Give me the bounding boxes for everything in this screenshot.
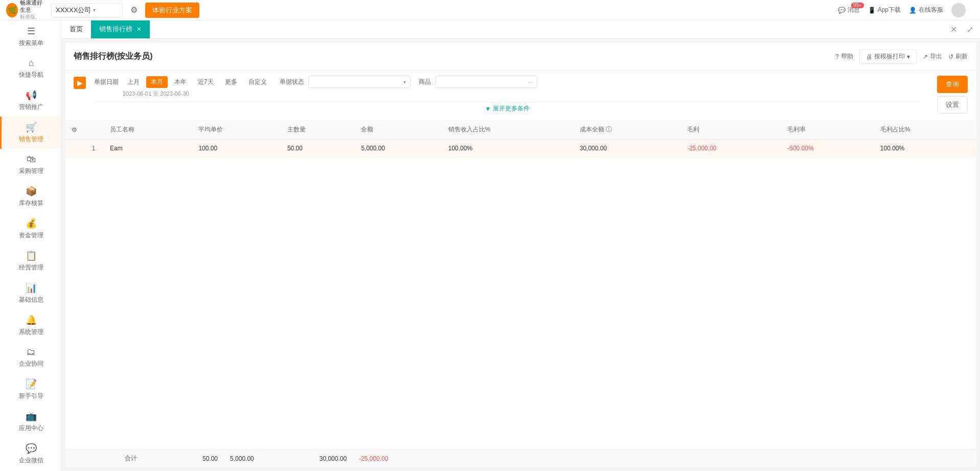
date-filter-label: 单据日期 bbox=[94, 78, 119, 86]
sidebar-item-marketing[interactable]: 📢 营销推广 bbox=[0, 84, 61, 117]
row-quantity: 50.00 bbox=[281, 140, 355, 158]
col-header-sales-pct: 销售收入占比% bbox=[442, 120, 574, 140]
table-header-row: ⚙ 员工名称 平均单价 主数量 全额 销售收入占比% 成本全额 ⓘ 毛利 毛利率 bbox=[65, 120, 976, 140]
page-content: 销售排行榜(按业务员) ? 帮助 🖨 按模板打印 ▾ ↗ bbox=[61, 39, 980, 471]
date-opt-last-month[interactable]: 上月 bbox=[123, 76, 144, 88]
help-button[interactable]: ? 帮助 bbox=[835, 52, 853, 61]
export-icon: ↗ bbox=[923, 53, 928, 60]
data-table: ⚙ 员工名称 平均单价 主数量 全额 销售收入占比% 成本全额 ⓘ 毛利 毛利率 bbox=[65, 120, 976, 158]
goods-filter: 商品 ··· bbox=[419, 76, 537, 88]
service-icon: 👤 bbox=[909, 7, 917, 14]
table-body: 1 Eam 100.00 50.00 5,000.00 100.00% 30,0… bbox=[65, 140, 976, 158]
baseinfo-icon: 📊 bbox=[26, 282, 37, 294]
sidebar-label-operations: 经营管理 bbox=[19, 263, 43, 272]
row-settings-icon bbox=[65, 140, 83, 158]
query-section: 查询 设置 bbox=[929, 71, 976, 119]
tab-bar-actions: ✕ ⤢ bbox=[947, 24, 980, 36]
status-select[interactable]: ▾ bbox=[308, 76, 411, 88]
sidebar-item-inventory[interactable]: 📦 库存核算 bbox=[0, 181, 61, 213]
row-gross-pct: 100.00% bbox=[874, 140, 976, 158]
tab-home[interactable]: 首页 bbox=[61, 20, 91, 38]
row-sales-pct: 100.00% bbox=[442, 140, 574, 158]
message-badge: 99+ bbox=[851, 3, 864, 8]
logo-subtitle: 标准版 bbox=[20, 13, 47, 20]
sidebar-item-baseinfo[interactable]: 📊 基础信息 bbox=[0, 277, 61, 309]
tab-maximize-icon[interactable]: ⤢ bbox=[964, 24, 976, 36]
refresh-button[interactable]: ↺ 刷新 bbox=[948, 52, 968, 61]
corp-icon: 🗂 bbox=[27, 347, 36, 357]
col-header-name: 员工名称 bbox=[104, 120, 192, 140]
logo: 🌿 畅康通好生意 标准版 bbox=[6, 0, 47, 20]
date-opt-more[interactable]: 更多 bbox=[220, 76, 242, 88]
date-opt-this-year[interactable]: 本年 bbox=[170, 76, 191, 88]
company-selector[interactable]: XXXXX公司 ▾ bbox=[51, 3, 123, 17]
search-icon: ☰ bbox=[27, 26, 35, 37]
settings-icon[interactable]: ⚙ bbox=[127, 3, 141, 17]
row-cost: 30,000.00 bbox=[574, 140, 681, 158]
col-header-gross: 毛利 bbox=[681, 120, 781, 140]
sidebar-item-purchase[interactable]: 🛍 采购管理 bbox=[0, 149, 61, 181]
goods-select[interactable]: ··· bbox=[435, 76, 537, 88]
tab-home-label: 首页 bbox=[70, 25, 83, 34]
sidebar-label-corpwechat: 企业微信 bbox=[19, 456, 43, 465]
export-button[interactable]: ↗ 导出 bbox=[923, 52, 942, 61]
content-area: 首页 销售排行榜 ✕ ✕ ⤢ 销售排行榜(按业务员) ? bbox=[61, 20, 980, 471]
system-icon: 🔔 bbox=[26, 315, 37, 326]
chevron-down-icon: ▾ bbox=[93, 7, 96, 13]
footer-cost: 30,000.00 bbox=[320, 455, 347, 462]
logo-text-block: 畅康通好生意 标准版 bbox=[20, 0, 47, 20]
operations-icon: 📋 bbox=[26, 250, 37, 261]
app-download-button[interactable]: 📱 App下载 bbox=[868, 6, 901, 14]
inventory-icon: 📦 bbox=[26, 186, 37, 197]
sidebar-item-finance[interactable]: 💰 资金管理 bbox=[0, 213, 61, 245]
page-header: 销售排行榜(按业务员) ? 帮助 🖨 按模板打印 ▾ ↗ bbox=[65, 43, 976, 71]
sidebar-item-corpwechat[interactable]: 💬 企业微信 bbox=[0, 438, 61, 470]
date-opt-7days[interactable]: 近7天 bbox=[193, 76, 218, 88]
main-container: ☰ 搜索菜单 ⌂ 快捷导航 📢 营销推广 🛒 销售管理 🛍 采购管理 📦 库存核… bbox=[0, 20, 980, 471]
col-header-settings[interactable]: ⚙ bbox=[65, 120, 83, 140]
print-button[interactable]: 🖨 按模板打印 ▾ bbox=[859, 49, 917, 64]
sidebar-label-guide: 新手引导 bbox=[19, 392, 43, 400]
sidebar-item-quicknav[interactable]: ⌂ 快捷导航 bbox=[0, 53, 61, 84]
service-label: 在线客服 bbox=[919, 6, 943, 14]
sidebar-item-system[interactable]: 🔔 系统管理 bbox=[0, 309, 61, 342]
sidebar-item-sales[interactable]: 🛒 销售管理 bbox=[0, 117, 61, 149]
footer-label: 合计 bbox=[125, 454, 137, 463]
print-icon: 🖨 bbox=[866, 53, 872, 60]
sidebar-item-guide[interactable]: 📝 新手引导 bbox=[0, 373, 61, 406]
col-header-rank bbox=[83, 120, 104, 140]
date-filter: 单据日期 上月 本月 本年 近7天 更多 自定义 bbox=[94, 76, 271, 88]
corpwechat-icon: 💬 bbox=[26, 443, 37, 454]
tab-close-window-icon[interactable]: ✕ bbox=[947, 24, 960, 36]
tab-sales-rank[interactable]: 销售排行榜 ✕ bbox=[91, 20, 150, 38]
help-label: 帮助 bbox=[841, 52, 853, 61]
logo-title: 畅康通好生意 bbox=[20, 0, 47, 13]
table-row[interactable]: 1 Eam 100.00 50.00 5,000.00 100.00% 30,0… bbox=[65, 140, 976, 158]
tab-close-icon[interactable]: ✕ bbox=[136, 26, 142, 33]
sidebar-item-corp-collab[interactable]: 🗂 企业协同 bbox=[0, 342, 61, 373]
setting-button[interactable]: 设置 bbox=[937, 96, 968, 114]
trial-button[interactable]: 体验行业方案 bbox=[145, 3, 199, 18]
guide-icon: 📝 bbox=[26, 378, 37, 390]
online-service-button[interactable]: 👤 在线客服 bbox=[909, 6, 943, 14]
finance-icon: 💰 bbox=[26, 218, 37, 229]
expand-more-button[interactable]: ▼ 展开更多条件 bbox=[94, 102, 921, 115]
sidebar-label-search: 搜索菜单 bbox=[19, 39, 43, 48]
footer-quantity: 50.00 bbox=[202, 455, 218, 462]
refresh-icon: ↺ bbox=[948, 53, 953, 60]
avatar[interactable] bbox=[951, 3, 966, 17]
row-rank: 1 bbox=[83, 140, 104, 158]
message-button[interactable]: 💬 消息 99+ bbox=[838, 6, 860, 14]
date-opt-this-month[interactable]: 本月 bbox=[146, 76, 168, 88]
sidebar-item-operations[interactable]: 📋 经营管理 bbox=[0, 245, 61, 277]
row-gross: -25,000.00 bbox=[681, 140, 781, 158]
sales-icon: 🛒 bbox=[26, 122, 37, 133]
sidebar-label-baseinfo: 基础信息 bbox=[19, 296, 43, 304]
filter-toggle-arrow[interactable]: ▶ bbox=[74, 77, 86, 89]
expand-icon: ▼ bbox=[485, 105, 491, 113]
sidebar-item-appcenter[interactable]: 📺 应用中心 bbox=[0, 406, 61, 438]
date-opt-custom[interactable]: 自定义 bbox=[244, 76, 271, 88]
status-select-value bbox=[313, 78, 314, 85]
sidebar-item-search[interactable]: ☰ 搜索菜单 bbox=[0, 20, 61, 53]
query-button[interactable]: 查询 bbox=[937, 76, 968, 93]
